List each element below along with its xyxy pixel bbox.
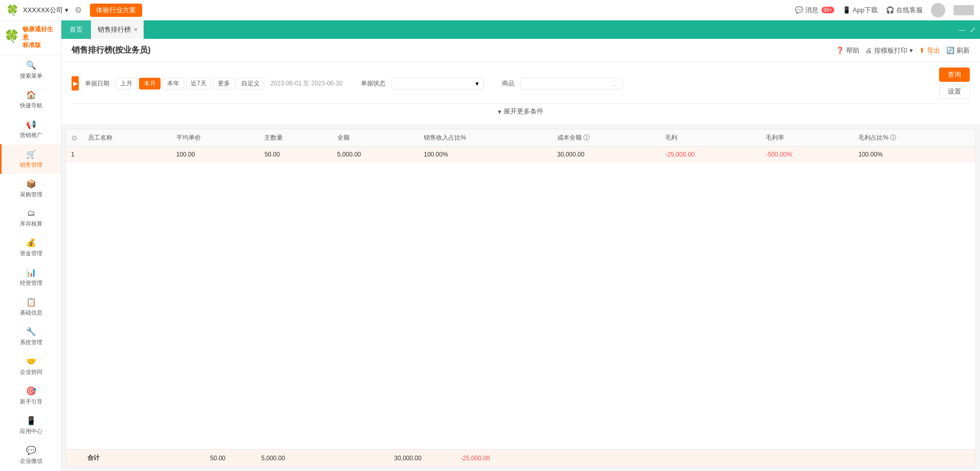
table-row: 1 100.00 50.00 5,000.00 100.00% 30,000.0… xyxy=(66,147,975,163)
date-btn-custom[interactable]: 自定义 xyxy=(237,78,264,89)
app-download-label: App下载 xyxy=(853,6,878,15)
table-body: 1 100.00 50.00 5,000.00 100.00% 30,000.0… xyxy=(66,147,975,163)
sidebar-logo: 🍀 畅康通好生意标准版 xyxy=(0,20,61,55)
sidebar-item-system[interactable]: 🔧 系统管理 xyxy=(0,322,61,351)
cell-cost-0: 30,000.00 xyxy=(552,147,660,163)
print-btn[interactable]: 🖨 按模板打印 ▾ xyxy=(865,46,913,55)
sidebar-item-sales[interactable]: 🛒 销售管理 xyxy=(0,144,61,174)
sidebar-icon-inventory: 🗂 xyxy=(27,209,35,218)
sidebar-items-container: 🔍 搜索菜单 🏠 快捷导航 📢 营销推广 🛒 销售管理 📦 采购管理 🗂 库存核… xyxy=(0,55,61,471)
date-btn-prev-month[interactable]: 上月 xyxy=(116,78,137,89)
footer-qty: 50.00 xyxy=(210,455,261,462)
sidebar-icon-enterprise-collab: 🤝 xyxy=(26,356,36,366)
export-label: 导出 xyxy=(927,46,940,55)
cell-avg-price-0: 100.00 xyxy=(171,147,260,163)
message-icon: 💬 xyxy=(795,6,803,14)
trial-btn[interactable]: 体验行业方案 xyxy=(90,4,142,17)
expand-icon: ▾ xyxy=(498,108,502,116)
cell-employee-0 xyxy=(83,147,171,163)
sidebar-item-enterprise-wechat[interactable]: 💬 企业微信 xyxy=(0,440,61,470)
filter-collapse-btn[interactable]: ▶ xyxy=(72,76,79,91)
sidebar-label-purchase: 采购管理 xyxy=(20,191,42,198)
message-btn[interactable]: 💬 消息 99+ xyxy=(795,6,834,15)
sidebar-label-marketing: 营销推广 xyxy=(20,131,42,139)
date-range-display: 2023-06-01 至 2023-06-30 xyxy=(270,79,343,88)
page-content: 销售排行榜(按业务员) ❓ 帮助 🖨 按模板打印 ▾ ⬆ 导出 xyxy=(61,39,980,471)
top-bar-right: 💬 消息 99+ 📱 App下载 🎧 在线客服 xyxy=(795,3,974,17)
sidebar-item-basic-info[interactable]: 📋 基础信息 xyxy=(0,292,61,322)
company-selector[interactable]: XXXXXX公司 ▾ xyxy=(23,6,69,15)
col-gross-rate: 毛利率 xyxy=(761,129,853,147)
query-btn[interactable]: 查询 xyxy=(939,68,970,82)
sidebar-item-finance[interactable]: 💰 资金管理 xyxy=(0,233,61,262)
sidebar-icon-basic-info: 📋 xyxy=(26,297,36,307)
sidebar-logo-text: 畅康通好生意标准版 xyxy=(22,26,57,50)
cell-amount-0: 5,000.00 xyxy=(332,147,419,163)
tab-minimize-icon[interactable]: — xyxy=(959,26,966,34)
page-header: 销售排行榜(按业务员) ❓ 帮助 🖨 按模板打印 ▾ ⬆ 导出 xyxy=(61,39,980,62)
date-btn-more[interactable]: 更多 xyxy=(213,78,235,89)
app-download-btn[interactable]: 📱 App下载 xyxy=(842,6,878,15)
sidebar-icon-search: 🔍 xyxy=(26,60,36,70)
footer-total-label: 合计 xyxy=(87,454,149,462)
refresh-label: 刷新 xyxy=(956,46,970,55)
table-settings-icon[interactable]: ⚙ xyxy=(71,134,78,142)
company-dropdown-icon: ▾ xyxy=(65,6,69,14)
sidebar-item-operations[interactable]: 📊 经营管理 xyxy=(0,262,61,292)
export-btn[interactable]: ⬆ 导出 xyxy=(919,46,940,55)
sidebar-icon-quick-nav: 🏠 xyxy=(26,90,36,100)
filter-actions: 查询 设置 xyxy=(939,68,970,99)
goods-select[interactable]: … xyxy=(520,78,623,89)
tab-maximize-icon[interactable]: ⤢ xyxy=(970,26,976,34)
tab-bar: 首页 销售排行榜 × — ⤢ xyxy=(61,20,980,39)
sidebar-icon-newbie-guide: 🎯 xyxy=(26,386,36,396)
date-btn-current-year[interactable]: 本年 xyxy=(163,78,184,89)
help-btn[interactable]: ❓ 帮助 xyxy=(836,46,859,55)
company-name: XXXXXX公司 xyxy=(23,6,63,15)
setting-btn[interactable]: 设置 xyxy=(939,84,970,99)
col-amount: 全额 xyxy=(332,129,419,147)
app-download-icon: 📱 xyxy=(842,6,851,14)
sidebar-item-app-center[interactable]: 📱 应用中心 xyxy=(0,411,61,440)
sidebar-label-inventory: 库存核算 xyxy=(20,220,42,228)
date-btn-7days[interactable]: 近7天 xyxy=(186,78,211,89)
avatar[interactable] xyxy=(931,3,945,17)
table-area: ⚙ 员工名称 平均单价 主数量 全额 销售收入占比% 成本全额 ⓘ 毛利 毛利率 xyxy=(65,129,976,467)
tab-sales-ranking[interactable]: 销售排行榜 × xyxy=(91,20,144,39)
table-footer: 合计 50.00 5,000.00 30,000.00 -25,000.00 xyxy=(66,449,975,466)
export-icon: ⬆ xyxy=(919,47,925,54)
date-btn-current-month[interactable]: 本月 xyxy=(139,78,161,89)
sidebar-item-purchase[interactable]: 📦 采购管理 xyxy=(0,174,61,204)
sidebar-label-finance: 资金管理 xyxy=(20,250,42,257)
settings-icon[interactable]: ⚙ xyxy=(75,5,82,15)
online-service-btn[interactable]: 🎧 在线客服 xyxy=(886,6,923,15)
footer-amount: 5,000.00 xyxy=(261,455,328,462)
tab-controls: — ⤢ xyxy=(954,26,980,34)
print-dropdown-icon: ▾ xyxy=(909,47,913,54)
goods-more-icon[interactable]: … xyxy=(611,80,618,87)
help-icon: ❓ xyxy=(836,47,844,54)
sidebar: 🍀 畅康通好生意标准版 🔍 搜索菜单 🏠 快捷导航 📢 营销推广 🛒 销售管理 … xyxy=(0,20,61,471)
status-select[interactable]: ▾ xyxy=(392,78,484,89)
tab-home[interactable]: 首页 xyxy=(61,20,91,39)
tab-close-icon[interactable]: × xyxy=(134,26,138,33)
help-label: 帮助 xyxy=(846,46,859,55)
sidebar-item-newbie-guide[interactable]: 🎯 新手引导 xyxy=(0,381,61,411)
filter-row: ▶ 单据日期 上月 本月 本年 近7天 更多 自定义 2023-06-01 至 … xyxy=(72,68,970,99)
expand-row: ▾ 展开更多条件 xyxy=(72,103,970,119)
sidebar-item-marketing[interactable]: 📢 营销推广 xyxy=(0,115,61,144)
cell-rank-0: 1 xyxy=(66,147,83,163)
refresh-btn[interactable]: 🔄 刷新 xyxy=(946,46,970,55)
table-scroll[interactable]: ⚙ 员工名称 平均单价 主数量 全额 销售收入占比% 成本全额 ⓘ 毛利 毛利率 xyxy=(66,129,975,449)
sidebar-item-inventory[interactable]: 🗂 库存核算 xyxy=(0,204,61,233)
cell-sales-ratio-0: 100.00% xyxy=(419,147,552,163)
sidebar-label-search: 搜索菜单 xyxy=(20,72,42,80)
sidebar-item-enterprise-collab[interactable]: 🤝 企业协同 xyxy=(0,351,61,381)
sidebar-label-enterprise-collab: 企业协同 xyxy=(20,368,42,376)
sidebar-item-search[interactable]: 🔍 搜索菜单 xyxy=(0,55,61,85)
sidebar-item-quick-nav[interactable]: 🏠 快捷导航 xyxy=(0,85,61,115)
expand-conditions-btn[interactable]: ▾ 展开更多条件 xyxy=(498,107,543,116)
col-gross-profit: 毛利 xyxy=(660,129,761,147)
date-options: 上月 本月 本年 近7天 更多 自定义 xyxy=(116,78,264,89)
sidebar-icon-system: 🔧 xyxy=(26,327,36,337)
